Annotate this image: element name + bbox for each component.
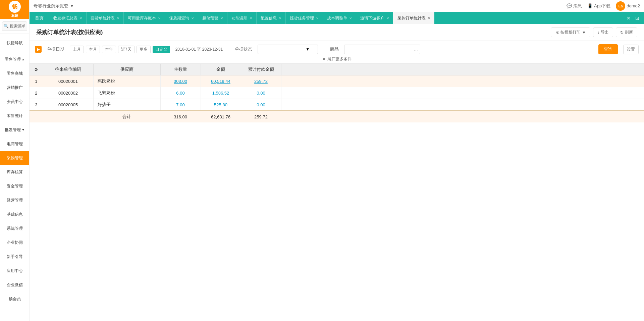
tab-config-info[interactable]: 配置信息 ✕	[256, 12, 285, 24]
row-supplier: 好孩子	[93, 99, 160, 111]
goods-input[interactable]	[344, 45, 412, 54]
tab-purchase-summary[interactable]: 采购订单统计表 ✕	[393, 12, 434, 24]
tab-close-icon[interactable]: ✕	[349, 16, 352, 20]
row-index: 2	[30, 87, 43, 99]
tab-close-icon[interactable]: ✕	[316, 16, 319, 20]
status-select[interactable]: ▼	[258, 45, 318, 54]
row-code: 00020005	[43, 99, 93, 111]
sidebar-item-wholesale[interactable]: 批发管理 ▼	[0, 123, 29, 137]
row-paid[interactable]: 0.00	[241, 87, 281, 99]
message-button[interactable]: 💬 消息	[567, 3, 582, 9]
sidebar-item-basic-info[interactable]: 基础信息	[0, 207, 29, 221]
print-icon: 🖨	[555, 30, 559, 35]
tab-goods-summary[interactable]: 要货单统计表 ✕	[86, 12, 123, 24]
tab-overstock[interactable]: 超储预警 ✕	[198, 12, 227, 24]
date-filter-label: 单据日期	[47, 46, 64, 52]
chevron-down-icon: ▼	[582, 30, 586, 35]
tab-close-icon[interactable]: ✕	[191, 16, 194, 20]
row-amount[interactable]: 525.80	[201, 99, 241, 111]
sidebar-item-member2[interactable]: 畅会员	[0, 292, 29, 306]
sidebar-item-inventory[interactable]: 库存核算	[0, 165, 29, 179]
tab-close-icon[interactable]: ✕	[79, 16, 82, 20]
tab-close-icon[interactable]: ✕	[117, 16, 119, 20]
sidebar-item-app-center[interactable]: 应用中心	[0, 264, 29, 278]
row-paid[interactable]: 259.72	[241, 75, 281, 87]
date-more-button[interactable]: 更多	[137, 46, 151, 53]
row-index: 1	[30, 75, 43, 87]
sidebar-item-ecommerce[interactable]: 电商管理	[0, 137, 29, 151]
sidebar-item-retail-stats[interactable]: 零售统计	[0, 109, 29, 123]
tab-cost-adjust[interactable]: 成本调整单 ✕	[323, 12, 356, 24]
tab-close-icon[interactable]: ✕	[386, 16, 389, 20]
tab-close-icon[interactable]: ✕	[250, 16, 252, 20]
sidebar-item-retail-shop[interactable]: 零售商城	[0, 66, 29, 81]
expand-more-conditions-button[interactable]: ▼ 展开更多条件	[322, 56, 352, 62]
query-button[interactable]: 查询	[598, 44, 618, 54]
tab-close-icon[interactable]: ✕	[158, 16, 161, 20]
date-7days-button[interactable]: 近7天	[118, 46, 135, 53]
goods-filter-label: 商品	[330, 46, 339, 52]
tab-close-all-button[interactable]: ✕	[625, 14, 633, 22]
tab-invite-customer[interactable]: 邀请下游客户 ✕	[356, 12, 393, 24]
filter-collapse-button[interactable]: ▶	[35, 46, 42, 53]
sidebar-item-purchase[interactable]: 采购管理	[0, 151, 29, 165]
table-footer-row: 合计 316.00 62,631.76 259.72	[30, 111, 644, 122]
app-logo: 畅 标题	[0, 0, 29, 19]
print-button[interactable]: 🖨 按模板打印 ▼	[551, 28, 590, 37]
settings-button[interactable]: 设置	[623, 45, 639, 54]
table-row: 2 00020002 飞鹤奶粉 6.00 1,586.52	[30, 87, 644, 99]
date-prev-month-button[interactable]: 上月	[70, 46, 84, 53]
page-header: 采购订单统计表(按供应商) 🖨 按模板打印 ▼ ↓ 导出 ↻ 刷新	[30, 24, 644, 41]
tab-function-desc[interactable]: 功能说明 ✕	[227, 12, 256, 24]
app-download-button[interactable]: 📱 App下载	[587, 3, 610, 9]
tab-available-stock[interactable]: 可用量库存账本 ✕	[123, 12, 165, 24]
goods-search-icon[interactable]: …	[412, 47, 420, 52]
row-qty[interactable]: 303.00	[160, 75, 201, 87]
search-menu-button[interactable]: 🔍 搜索菜单	[2, 21, 27, 31]
row-paid[interactable]: 0.00	[241, 99, 281, 111]
sidebar-item-new-guide[interactable]: 新手引导	[0, 250, 29, 264]
sidebar-item-retail[interactable]: 零售管理 ▲	[0, 52, 29, 66]
date-range-display: 2016-01-01 至 2023-12-31	[175, 47, 223, 52]
user-avatar-area[interactable]: Ea demo2	[616, 1, 640, 11]
table-header-row: ⚙ 往来单位编码 供应商 主数量 金额	[30, 64, 644, 75]
tab-picking-task[interactable]: 拣货任务管理 ✕	[285, 12, 323, 24]
col-qty-header: 主数量	[160, 64, 201, 75]
sidebar-item-quick-nav[interactable]: 快捷导航	[0, 36, 29, 50]
chevron-down-icon: ▼	[322, 57, 326, 62]
tab-close-icon[interactable]: ✕	[220, 16, 223, 20]
tab-close-icon[interactable]: ✕	[279, 16, 281, 20]
row-qty[interactable]: 7.00	[160, 99, 201, 111]
sidebar-item-finance[interactable]: 资金管理	[0, 179, 29, 193]
sidebar-item-sys-mgmt[interactable]: 系统管理	[0, 221, 29, 235]
footer-extra	[281, 111, 644, 122]
tab-warranty-query[interactable]: 保质期查询 ✕	[165, 12, 198, 24]
refresh-button[interactable]: ↻ 刷新	[616, 28, 637, 37]
sidebar-item-enterprise-coop[interactable]: 企业协同	[0, 235, 29, 250]
sidebar-item-member[interactable]: 会员中心	[0, 95, 29, 109]
download-icon: 📱	[587, 3, 593, 8]
row-extra	[281, 75, 644, 87]
footer-qty: 316.00	[160, 111, 201, 122]
row-qty[interactable]: 6.00	[160, 87, 201, 99]
sidebar-item-operation[interactable]: 经营管理	[0, 193, 29, 207]
footer-amount: 62,631.76	[201, 111, 241, 122]
date-this-month-button[interactable]: 本月	[86, 46, 100, 53]
date-custom-tag[interactable]: 自定义	[153, 46, 170, 53]
filter-expand-row: ▼ 展开更多条件	[35, 56, 639, 62]
settings-icon[interactable]: ⚙	[34, 67, 38, 72]
col-settings-header[interactable]: ⚙	[30, 64, 43, 75]
sidebar-item-enterprise-wechat[interactable]: 企业微信	[0, 278, 29, 292]
export-button[interactable]: ↓ 导出	[593, 28, 613, 37]
row-amount[interactable]: 60,519.44	[201, 75, 241, 87]
row-amount[interactable]: 1,586.52	[201, 87, 241, 99]
tabbar-controls: ✕ ⊡	[625, 14, 644, 22]
chevron-down-icon: ▼	[70, 3, 74, 8]
sidebar-item-marketing[interactable]: 营销推广	[0, 81, 29, 95]
tab-receive-summary[interactable]: 收发存汇总表 ✕	[49, 12, 86, 24]
tab-close-icon[interactable]: ✕	[428, 16, 430, 20]
workspace-selector[interactable]: 母婴行业演示账套 ▼	[34, 3, 74, 9]
tab-home[interactable]: 首页	[30, 12, 49, 24]
tab-restore-button[interactable]: ⊡	[633, 14, 641, 22]
date-this-year-button[interactable]: 本年	[102, 46, 116, 53]
